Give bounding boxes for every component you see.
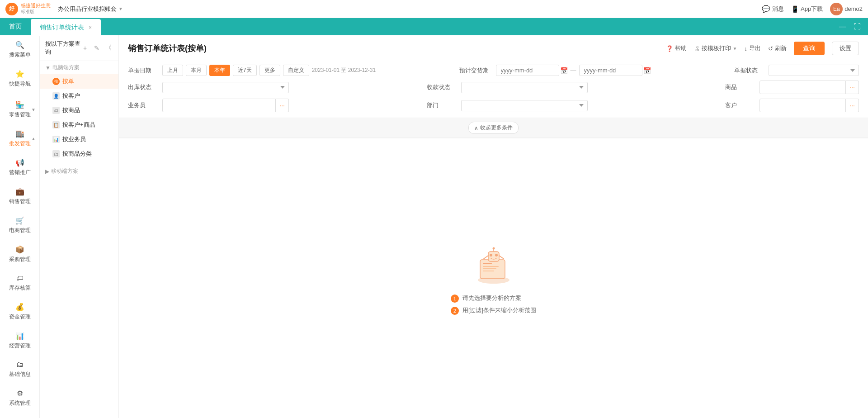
calendar-icon-from[interactable]: 📅 — [560, 67, 568, 74]
scheme-collapse-button[interactable]: 《 — [104, 43, 113, 52]
scheme-item-按客户[interactable]: 👤 按客户 — [40, 89, 118, 103]
collapse-label: 收起更多条件 — [480, 124, 513, 132]
scheme-item-icon-按客户商品: 📋 — [52, 121, 60, 128]
expected-date-to[interactable] — [579, 65, 642, 76]
goods-input[interactable] — [760, 81, 846, 94]
scheme-add-button[interactable]: + — [80, 43, 90, 52]
operations-icon: 📊 — [15, 332, 24, 340]
print-button[interactable]: 🖨 按模板打印 ▼ — [694, 44, 737, 52]
receipt-status-select[interactable] — [461, 82, 588, 93]
help-label: 帮助 — [675, 44, 687, 52]
scheme-item-按业务员[interactable]: 📊 按业务员 — [40, 132, 118, 147]
scheme-category-pc[interactable]: ▼ 电脑端方案 — [40, 61, 118, 74]
scheme-item-按商品分类[interactable]: 🗂 按商品分类 — [40, 147, 118, 161]
delivery-status-label: 出库状态 — [128, 83, 155, 91]
refresh-button[interactable]: ↺ 刷新 — [768, 44, 787, 52]
empty-steps: 1 请先选择要分析的方案 2 用[过滤]条件来缩小分析范围 — [451, 294, 536, 315]
goods-dots-button[interactable]: ··· — [846, 81, 859, 94]
delivery-status-select[interactable] — [162, 82, 289, 93]
salesperson-input[interactable] — [162, 99, 276, 112]
sidebar-item-wholesale[interactable]: 🏬 批发管理 ▲ — [0, 124, 39, 153]
sidebar-item-inventory[interactable]: 🏷 库存核算 — [0, 269, 39, 297]
user-profile[interactable]: Ea demo2 — [830, 3, 863, 15]
breadcrumb-text: 办公用品行业模拟账套 — [58, 5, 117, 13]
breadcrumb[interactable]: 办公用品行业模拟账套 ▼ — [58, 5, 758, 13]
filter-row-date: 单据日期 上月 本月 本年 近7天 更多 自定义 2023-01-01 至 20… — [128, 65, 859, 76]
department-select[interactable] — [461, 100, 588, 111]
expected-date-group: 📅 — 📅 — [496, 65, 651, 76]
scheme-item-icon-按单: 按 — [52, 78, 60, 85]
scheme-item-label-按单: 按单 — [62, 77, 74, 86]
content-area: 按以下方案查询 + ✎ 《 ▼ 电脑端方案 按 — [40, 35, 868, 418]
main-layout: 🔍 搜索菜单 ⭐ 快捷导航 🏪 零售管理 ▼ 🏬 批发管理 ▲ 📢 营销推广 💼… — [0, 35, 868, 418]
sidebar-item-purchase[interactable]: 📦 采购管理 — [0, 240, 39, 269]
help-button[interactable]: ❓ 帮助 — [666, 44, 687, 52]
quicknav-icon: ⭐ — [15, 70, 24, 78]
scheme-edit-button[interactable]: ✎ — [92, 43, 101, 52]
settings-button[interactable]: 设置 — [832, 42, 859, 55]
svg-point-7 — [490, 254, 492, 256]
avatar: Ea — [830, 3, 843, 15]
scheme-item-按单[interactable]: 按 按单 — [40, 74, 118, 89]
date-btn-this-year[interactable]: 本年 — [209, 65, 230, 76]
app-download-button[interactable]: 📱 App下载 — [791, 5, 823, 13]
sidebar-label-operations: 经营管理 — [9, 342, 31, 350]
sidebar-item-quicknav[interactable]: ⭐ 快捷导航 — [0, 64, 39, 93]
export-button[interactable]: ↓ 导出 — [745, 44, 761, 52]
date-btn-this-month[interactable]: 本月 — [186, 65, 207, 76]
sidebar-item-sales[interactable]: 💼 销售管理 — [0, 182, 39, 211]
sidebar-item-retail[interactable]: 🏪 零售管理 ▼ — [0, 95, 39, 124]
svg-rect-4 — [483, 268, 496, 269]
scheme-item-按客户+商品[interactable]: 📋 按客户+商品 — [40, 118, 118, 132]
collapse-button[interactable]: ∧ 收起更多条件 — [468, 122, 519, 134]
date-btn-custom[interactable]: 自定义 — [283, 65, 309, 76]
search-icon: 🔍 — [15, 41, 24, 49]
collapse-up-icon: ∧ — [474, 125, 478, 131]
sidebar-item-ecommerce[interactable]: 🛒 电商管理 — [0, 211, 39, 240]
sidebar-item-enterprise[interactable]: 🤝 企业协同 — [0, 413, 39, 418]
logo-icon: 好 — [5, 3, 18, 15]
svg-line-12 — [499, 256, 504, 259]
tab-home[interactable]: 首页 — [0, 18, 31, 35]
logo-text-group: 畅捷通好生意 标准版 — [21, 3, 51, 15]
date-btn-more[interactable]: 更多 — [259, 65, 280, 76]
status-label: 单据状态 — [734, 66, 761, 75]
customer-dots-button[interactable]: ··· — [846, 99, 859, 112]
tab-close-icon[interactable]: × — [89, 24, 92, 31]
sidebar-label-sales: 销售管理 — [9, 198, 31, 205]
calendar-icon-to[interactable]: 📅 — [643, 67, 651, 74]
basic-icon: 🗂 — [16, 361, 24, 369]
scheme-item-按商品[interactable]: 🏷 按商品 — [40, 103, 118, 118]
tab-maximize-button[interactable]: ⛶ — [852, 21, 863, 32]
empty-step-1-text: 请先选择要分析的方案 — [462, 294, 521, 302]
tab-minimize-button[interactable]: — — [837, 21, 848, 32]
purchase-icon: 📦 — [15, 245, 24, 254]
status-select[interactable] — [769, 65, 859, 76]
sidebar-label-finance: 资金管理 — [9, 313, 31, 321]
sidebar-item-search[interactable]: 🔍 搜索菜单 — [0, 35, 39, 64]
sidebar-item-finance[interactable]: 💰 资金管理 — [0, 297, 39, 326]
query-button[interactable]: 查询 — [794, 42, 825, 55]
scheme-item-icon-按业务员: 📊 — [52, 136, 60, 143]
sidebar-item-operations[interactable]: 📊 经营管理 — [0, 326, 39, 355]
expected-date-from[interactable] — [496, 65, 559, 76]
sidebar-item-marketing[interactable]: 📢 营销推广 — [0, 153, 39, 182]
department-label: 部门 — [427, 101, 454, 109]
scheme-category-mobile[interactable]: ▶ 移动端方案 — [40, 165, 118, 178]
message-label: 消息 — [772, 5, 784, 13]
sidebar-label-wholesale: 批发管理 — [9, 140, 31, 147]
sidebar-item-system[interactable]: ⚙ 系统管理 — [0, 384, 39, 413]
sidebar-label-retail: 零售管理 — [9, 111, 31, 119]
scheme-add-icon: + — [83, 44, 87, 52]
date-btn-last-month[interactable]: 上月 — [162, 65, 183, 76]
tab-sales-order[interactable]: 销售订单统计表 × — [31, 19, 101, 36]
breadcrumb-arrow: ▼ — [118, 6, 123, 11]
salesperson-dots-button[interactable]: ··· — [276, 99, 289, 112]
sidebar-item-basic[interactable]: 🗂 基础信息 — [0, 355, 39, 384]
message-button[interactable]: 💬 消息 — [762, 5, 784, 13]
date-btn-7days[interactable]: 近7天 — [233, 65, 257, 76]
svg-rect-2 — [483, 263, 492, 264]
svg-point-10 — [492, 247, 495, 250]
customer-input[interactable] — [760, 99, 846, 112]
main-content: 销售订单统计表(按单) ❓ 帮助 🖨 按模板打印 ▼ ↓ 导出 — [119, 35, 868, 418]
